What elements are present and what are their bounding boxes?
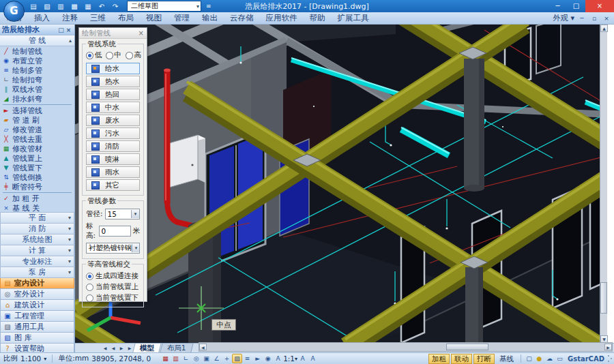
tool-break-symbol[interactable]: ╪断管符号	[0, 182, 74, 192]
osnap-icon[interactable]: ▣	[201, 354, 211, 363]
magnifier-icon[interactable]: ◉	[263, 354, 273, 363]
crosshair-icon[interactable]: +	[222, 354, 232, 363]
close-icon[interactable]: ×	[138, 29, 144, 37]
pipe-type-fire[interactable]: 消防	[86, 140, 140, 152]
radio-cross-connect[interactable]	[86, 273, 93, 280]
lineweight-icon[interactable]: ≡	[242, 354, 252, 363]
tab-output[interactable]: 输出	[196, 12, 224, 24]
category-plan[interactable]: 平 面▾	[0, 212, 74, 224]
elevation-input[interactable]	[99, 226, 131, 237]
doc-minimize-button[interactable]: ─	[577, 15, 587, 22]
tool-place-riser[interactable]: ◉布置立管	[0, 56, 74, 65]
annotation-icon[interactable]: A	[273, 354, 283, 363]
pin-icon[interactable]: □	[57, 27, 65, 33]
scroll-right-icon[interactable]: ▶	[604, 344, 612, 350]
pipe-type-reclaimed[interactable]: 中水	[86, 102, 140, 113]
pipe-type-hot-water[interactable]: 热水	[86, 76, 140, 87]
category-system-drawing[interactable]: 系统绘图▾	[0, 234, 74, 245]
maximize-button[interactable]: □	[567, 0, 585, 12]
otrack-icon[interactable]: ∠	[211, 354, 222, 363]
tab-help[interactable]: 帮助	[304, 12, 332, 24]
tool-draw-multi[interactable]: ≡绘制多管	[0, 65, 74, 75]
tool-dedupe-pipeline[interactable]: ╳管线去重	[0, 134, 74, 144]
close-button[interactable]: ×	[585, 0, 614, 12]
app-logo[interactable]: G	[3, 1, 25, 22]
category-calculation[interactable]: 计 算▾	[0, 245, 74, 256]
tab-layout1[interactable]: 布局1	[160, 343, 193, 352]
pipe-type-supply[interactable]: 给水	[86, 63, 140, 74]
category-annotation[interactable]: 专业标注▾	[0, 256, 74, 267]
tool-modify-material[interactable]: ▦修改管材	[0, 144, 74, 153]
tab-3d[interactable]: 三维	[84, 12, 112, 24]
tool-draw-elbow[interactable]: ∟绘制扣弯	[0, 75, 74, 85]
vertical-scrollbar[interactable]: ▲ ▼	[600, 25, 607, 343]
toggle-baseline-off[interactable]: ×基 线 关	[0, 203, 74, 213]
pipe-type-waste[interactable]: 废水	[86, 115, 140, 126]
pipe-type-rain[interactable]: 雨水	[86, 166, 140, 178]
tool-pipe-brush[interactable]: ▰管 道 刷	[0, 115, 74, 125]
tool-draw-pipeline[interactable]: ╱绘制管线	[0, 46, 74, 56]
first-sheet-icon[interactable]: ◀	[101, 344, 109, 352]
tab-insert[interactable]: 插入	[28, 12, 56, 24]
pipe-type-sprinkler[interactable]: 喷淋	[86, 153, 140, 165]
section-pipelines[interactable]: 管 线 ▴	[0, 35, 74, 46]
toggle-baseline[interactable]: 基线	[496, 354, 517, 364]
pipe-type-hot-return[interactable]: 热回	[86, 89, 140, 100]
chevron-down-icon[interactable]: ▾	[44, 356, 46, 362]
pipe-type-other[interactable]: 其它	[86, 179, 140, 191]
toggle-bold-on[interactable]: ✓加 粗 开	[0, 194, 74, 203]
save-icon[interactable]: ▥	[55, 1, 67, 12]
category-fire[interactable]: 消 防▾	[0, 223, 74, 234]
print-icon[interactable]: ▦	[82, 1, 94, 12]
dynamic-input-icon[interactable]: ▨	[232, 354, 242, 363]
radio-level-high[interactable]	[126, 52, 133, 59]
annotation-scale[interactable]: 1:1	[283, 354, 295, 363]
category-pump-room[interactable]: 泵 房▾	[0, 267, 74, 278]
horizontal-scrollbar[interactable]: ◀ ▶	[199, 342, 613, 352]
module-indoor-design[interactable]: ▤室内设计	[0, 277, 74, 289]
ortho-icon[interactable]: ∟	[181, 354, 191, 363]
tool-pipe-swap[interactable]: ⇅管线倒换	[0, 172, 74, 182]
radio-current-above[interactable]	[86, 284, 93, 291]
module-project-manage[interactable]: ▣工程管理	[0, 310, 74, 322]
pipe-type-sewage[interactable]: 污水	[86, 127, 140, 139]
module-library[interactable]: ▧图 库	[0, 332, 74, 344]
tab-express[interactable]: 扩展工具	[332, 12, 375, 24]
tool-pipe-above[interactable]: ▲管线置上	[0, 153, 74, 163]
tool-pipe-below[interactable]: ▼管线置下	[0, 163, 74, 172]
undo-icon[interactable]: ↶	[96, 1, 108, 12]
tab-apps[interactable]: 应用软件	[260, 12, 304, 24]
horizontal-scroll-thumb[interactable]	[446, 344, 488, 350]
appearance-menu[interactable]: 外观	[553, 13, 568, 23]
workspace-switch-icon[interactable]: ▢	[524, 354, 534, 363]
tab-layout[interactable]: 布局	[112, 12, 140, 24]
tab-cloud[interactable]: 云存储	[224, 12, 260, 24]
material-combo[interactable]: 衬塑热镀锌钢 ▾	[86, 243, 140, 254]
open-icon[interactable]: ▧	[41, 1, 53, 12]
redo-icon[interactable]: ↷	[109, 1, 121, 12]
quick-props-icon[interactable]: ►	[252, 354, 263, 363]
palette-header[interactable]: 浩辰给排水 □ ×	[0, 25, 74, 35]
next-sheet-icon[interactable]: ▶	[117, 344, 126, 352]
tab-model[interactable]: 模型	[132, 343, 161, 352]
scale-value[interactable]: 1:100	[20, 354, 41, 363]
resize-grip[interactable]	[607, 354, 613, 363]
minimize-button[interactable]: ─	[549, 0, 567, 12]
close-icon[interactable]: ×	[65, 27, 72, 33]
tool-select-pipeline[interactable]: ►选择管线	[0, 106, 74, 115]
doc-restore-button[interactable]: ▫	[589, 15, 599, 22]
annotation-visibility-icon[interactable]: A	[297, 354, 308, 363]
grid-icon[interactable]: ▦	[160, 354, 171, 363]
workspace-selector[interactable]: 二维草图 ▾	[127, 1, 201, 12]
bulb-icon[interactable]: ●	[534, 354, 544, 363]
tab-annotate[interactable]: 注释	[56, 12, 84, 24]
toggle-break[interactable]: 打断	[473, 354, 495, 364]
drawing-viewport[interactable]: 中点 ▲ ▼	[75, 25, 607, 343]
vertical-scroll-thumb[interactable]	[600, 282, 607, 314]
tab-manage[interactable]: 管理	[168, 12, 196, 24]
tab-view[interactable]: 视图	[140, 12, 168, 24]
tool-modify-pipe[interactable]: ▱修改管道	[0, 125, 74, 134]
toggle-linkage[interactable]: 联动	[451, 354, 472, 364]
cloud-icon[interactable]: ☁	[544, 354, 555, 363]
module-general-tools[interactable]: ▨通用工具	[0, 321, 74, 333]
